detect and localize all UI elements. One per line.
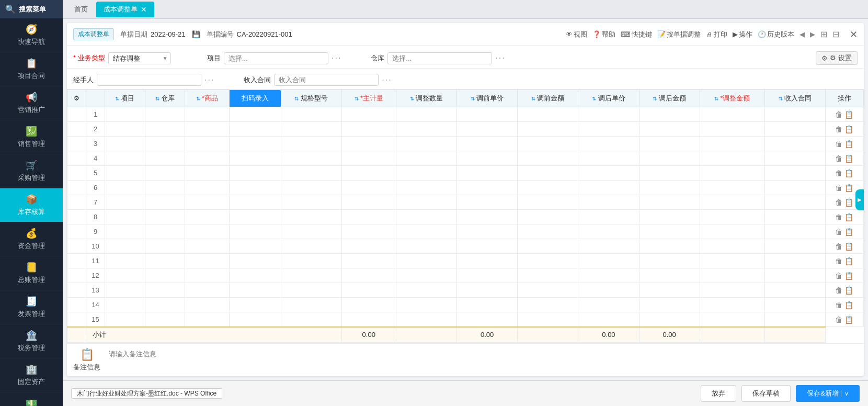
cell-goods[interactable] <box>185 210 229 224</box>
cell-scan[interactable] <box>229 107 281 122</box>
col-warehouse[interactable]: ⇅ 仓库 <box>145 90 185 107</box>
cell-spec[interactable] <box>281 254 341 268</box>
cell-prev-unit-price[interactable] <box>456 283 517 298</box>
row-delete-icon[interactable]: 🗑 <box>835 125 842 133</box>
row-copy-icon[interactable]: 📋 <box>844 286 853 295</box>
form-settings-button[interactable]: ⚙ ⚙ 设置 <box>816 51 858 65</box>
row-delete-icon[interactable]: 🗑 <box>835 169 842 177</box>
cell-after-amount[interactable] <box>639 166 700 181</box>
cell-spec[interactable] <box>281 298 341 312</box>
sidebar-item-quick-nav[interactable]: 🧭 快速导航 <box>0 18 63 52</box>
cell-spec[interactable] <box>281 137 341 151</box>
nav-next[interactable]: ▶ <box>810 30 815 38</box>
cell-warehouse[interactable] <box>145 210 185 224</box>
cell-unit[interactable] <box>341 210 396 224</box>
cell-adj-amount[interactable] <box>700 137 764 151</box>
cell-after-unit-price[interactable] <box>578 283 639 298</box>
cell-prev-amount[interactable] <box>518 312 578 327</box>
save-new-button[interactable]: 保存&新增 ∨ <box>796 385 860 402</box>
cell-prev-amount[interactable] <box>518 181 578 195</box>
cell-spec[interactable] <box>281 239 341 254</box>
row-delete-icon[interactable]: 🗑 <box>835 242 842 251</box>
income-contract-dots[interactable]: ··· <box>382 75 392 85</box>
sidebar-item-tax[interactable]: 🏦 税务管理 <box>0 324 63 358</box>
cell-project[interactable] <box>105 224 145 239</box>
cell-unit[interactable] <box>341 151 396 166</box>
cell-prev-amount[interactable] <box>518 268 578 283</box>
cell-prev-unit-price[interactable] <box>456 254 517 268</box>
col-prev-unit-price[interactable]: ⇅ 调前单价 <box>456 90 517 107</box>
cell-scan[interactable] <box>229 210 281 224</box>
cell-after-unit-price[interactable] <box>578 122 639 137</box>
sidebar-search[interactable]: 🔍 搜索菜单 <box>0 0 63 18</box>
cell-unit[interactable] <box>341 268 396 283</box>
cell-adj-qty[interactable] <box>396 283 456 298</box>
sidebar-item-purchase-mgmt[interactable]: 🛒 采购管理 <box>0 154 63 188</box>
cell-scan[interactable] <box>229 166 281 181</box>
cell-adj-amount[interactable] <box>700 181 764 195</box>
cell-income-contract[interactable] <box>764 151 825 166</box>
cell-adj-qty[interactable] <box>396 137 456 151</box>
col-project[interactable]: ⇅ 项目 <box>105 90 145 107</box>
cell-scan[interactable] <box>229 151 281 166</box>
cell-after-amount[interactable] <box>639 210 700 224</box>
cell-spec[interactable] <box>281 312 341 327</box>
cell-after-unit-price[interactable] <box>578 107 639 122</box>
cell-adj-amount[interactable] <box>700 283 764 298</box>
cell-prev-unit-price[interactable] <box>456 195 517 210</box>
cell-adj-qty[interactable] <box>396 239 456 254</box>
row-copy-icon[interactable]: 📋 <box>844 213 853 221</box>
cell-warehouse[interactable] <box>145 107 185 122</box>
remarks-input[interactable] <box>107 348 858 360</box>
cell-unit[interactable] <box>341 312 396 327</box>
action-help[interactable]: ❓ 帮助 <box>592 30 615 39</box>
cell-warehouse[interactable] <box>145 224 185 239</box>
cell-warehouse[interactable] <box>145 166 185 181</box>
cell-adj-amount[interactable] <box>700 210 764 224</box>
project-input[interactable] <box>224 52 328 64</box>
doc-save-icon[interactable]: 💾 <box>192 30 200 38</box>
sidebar-item-inventory[interactable]: 📦 库存核算 <box>0 188 63 222</box>
cell-unit[interactable] <box>341 107 396 122</box>
cell-warehouse[interactable] <box>145 283 185 298</box>
cell-adj-qty[interactable] <box>396 122 456 137</box>
cell-income-contract[interactable] <box>764 166 825 181</box>
row-delete-icon[interactable]: 🗑 <box>835 110 842 119</box>
income-contract-input[interactable] <box>274 74 379 86</box>
cell-goods[interactable] <box>185 254 229 268</box>
cell-goods[interactable] <box>185 181 229 195</box>
cell-warehouse[interactable] <box>145 239 185 254</box>
col-after-unit-price[interactable]: ⇅ 调后单价 <box>578 90 639 107</box>
cell-warehouse[interactable] <box>145 254 185 268</box>
cell-adj-amount[interactable] <box>700 268 764 283</box>
cell-adj-amount[interactable] <box>700 166 764 181</box>
cell-prev-unit-price[interactable] <box>456 268 517 283</box>
cell-adj-qty[interactable] <box>396 181 456 195</box>
cell-warehouse[interactable] <box>145 151 185 166</box>
row-delete-icon[interactable]: 🗑 <box>835 198 842 207</box>
cell-income-contract[interactable] <box>764 268 825 283</box>
cell-goods[interactable] <box>185 195 229 210</box>
cell-unit[interactable] <box>341 298 396 312</box>
cell-warehouse[interactable] <box>145 298 185 312</box>
cell-adj-amount[interactable] <box>700 298 764 312</box>
row-delete-icon[interactable]: 🗑 <box>835 213 842 221</box>
action-history[interactable]: 🕐 历史版本 <box>758 30 794 39</box>
cell-income-contract[interactable] <box>764 283 825 298</box>
action-shortcut[interactable]: ⌨ 快捷键 <box>621 30 652 39</box>
cell-project[interactable] <box>105 254 145 268</box>
cell-project[interactable] <box>105 122 145 137</box>
cell-scan[interactable] <box>229 195 281 210</box>
discard-button[interactable]: 放弃 <box>701 385 736 402</box>
cell-after-unit-price[interactable] <box>578 181 639 195</box>
row-delete-icon[interactable]: 🗑 <box>835 301 842 309</box>
save-draft-button[interactable]: 保存草稿 <box>741 385 791 402</box>
cell-scan[interactable] <box>229 298 281 312</box>
row-copy-icon[interactable]: 📋 <box>844 272 853 280</box>
col-settings[interactable]: ⚙ <box>67 90 86 107</box>
cell-after-unit-price[interactable] <box>578 298 639 312</box>
cell-unit[interactable] <box>341 181 396 195</box>
cell-warehouse[interactable] <box>145 137 185 151</box>
project-dots[interactable]: ··· <box>332 53 341 63</box>
cell-adj-qty[interactable] <box>396 166 456 181</box>
